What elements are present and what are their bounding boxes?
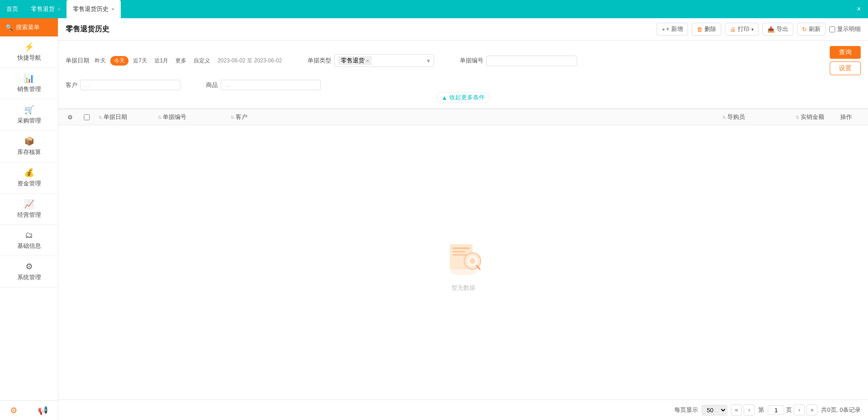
delete-button[interactable]: 🗑 删除 <box>692 23 721 36</box>
empty-text: 暂无数据 <box>452 284 475 292</box>
close-tab-retail-return-history[interactable]: × <box>111 6 114 12</box>
page-label-after: 页 <box>786 406 792 414</box>
bill-type-remove[interactable]: × <box>366 57 370 64</box>
bill-number-input[interactable] <box>486 56 577 66</box>
bill-number-section: 单据编号 <box>460 56 577 66</box>
table-area: ⚙ ⇅ 单据日期 ⇅ 单据编号 ⇅ 客户 ⇅ <box>58 109 868 400</box>
prev-page-button[interactable]: ‹ <box>744 405 755 415</box>
goods-label: 商品 <box>206 81 218 89</box>
svg-rect-2 <box>452 247 470 249</box>
th-customer[interactable]: ⇅ 客户 <box>227 113 719 121</box>
table-header: ⚙ ⇅ 单据日期 ⇅ 单据编号 ⇅ 客户 ⇅ <box>58 109 868 125</box>
bill-number-label: 单据编号 <box>460 56 483 65</box>
sidebar-item-operations[interactable]: 📈 经营管理 <box>0 194 58 225</box>
sidebar-item-base-info[interactable]: 🗂 基础信息 <box>0 225 58 256</box>
first-page-button[interactable]: « <box>731 405 742 415</box>
collapse-row: ▲ 收起更多条件 <box>66 92 861 103</box>
show-detail-input[interactable] <box>829 26 835 32</box>
page-header: 零售退货历史 + + 新增 🗑 删除 🖨 打印 ▾ 📤 导出 <box>58 18 868 41</box>
export-button[interactable]: 📤 导出 <box>762 23 793 36</box>
refresh-button[interactable]: ↻ 刷新 <box>797 23 826 36</box>
sidebar: 🔍 搜索菜单 ⚡ 快捷导航 📊 销售管理 🛒 采购管理 📦 库存核算 💰 <box>0 18 58 420</box>
goods-select[interactable]: ... <box>221 80 321 90</box>
main-layout: 🔍 搜索菜单 ⚡ 快捷导航 📊 销售管理 🛒 采购管理 📦 库存核算 💰 <box>0 18 868 420</box>
last-page-button[interactable]: » <box>806 405 817 415</box>
date-opt-1month[interactable]: 近1月 <box>152 56 171 66</box>
settings-bottom-icon[interactable]: ⚙ <box>10 405 17 415</box>
th-settings[interactable]: ⚙ <box>62 114 78 121</box>
inventory-icon: 📦 <box>24 136 34 146</box>
sidebar-nav: ⚡ 快捷导航 📊 销售管理 🛒 采购管理 📦 库存核算 💰 资金管理 📈 <box>0 36 58 400</box>
th-date[interactable]: ⇅ 单据日期 <box>95 113 154 121</box>
sidebar-item-purchase-mgmt[interactable]: 🛒 采购管理 <box>0 99 58 131</box>
operations-icon: 📈 <box>24 199 34 209</box>
date-opt-more[interactable]: 更多 <box>173 56 189 66</box>
settings-column-icon: ⚙ <box>67 114 73 121</box>
bill-type-select[interactable]: 零售退货 × ▾ <box>334 54 434 67</box>
customer-section: 客户 ... <box>66 80 180 90</box>
close-tab-retail-return[interactable]: × <box>57 6 60 12</box>
select-all-checkbox[interactable] <box>84 114 90 120</box>
page-size-label: 每页显示 <box>674 406 698 414</box>
date-filter-section: 单据日期 昨天 今天 近7天 近1月 更多 自定义 2023-06-02 至 2… <box>66 56 282 66</box>
page-number-input[interactable] <box>768 405 784 415</box>
tab-retail-return[interactable]: 零售退货 × <box>25 0 67 18</box>
add-icon: + <box>662 26 665 33</box>
goods-section: 商品 ... <box>206 80 321 90</box>
svg-rect-3 <box>452 251 465 252</box>
window-close-button[interactable]: × <box>850 0 868 18</box>
th-checkbox[interactable] <box>78 114 95 120</box>
delete-icon: 🗑 <box>697 26 703 33</box>
header-actions: + + 新增 🗑 删除 🖨 打印 ▾ 📤 导出 ↻ <box>657 23 861 36</box>
sidebar-search[interactable]: 🔍 搜索菜单 <box>0 18 58 36</box>
sort-bill-no-icon: ⇅ <box>158 115 161 120</box>
date-opt-7days[interactable]: 近7天 <box>130 56 150 66</box>
sidebar-item-quick-nav[interactable]: ⚡ 快捷导航 <box>0 36 58 68</box>
page-size-select[interactable]: 50 100 200 <box>702 405 727 415</box>
refresh-icon: ↻ <box>802 26 807 33</box>
search-icon: 🔍 <box>5 24 13 31</box>
bill-type-arrow: ▾ <box>427 57 430 64</box>
sound-bottom-icon[interactable]: 📢 <box>38 405 48 415</box>
query-button[interactable]: 查询 <box>830 46 861 59</box>
bill-type-tag: 零售退货 × <box>338 56 372 65</box>
sidebar-item-inventory[interactable]: 📦 库存核算 <box>0 131 58 162</box>
date-opt-yesterday[interactable]: 昨天 <box>92 56 108 66</box>
filter-area: 单据日期 昨天 今天 近7天 近1月 更多 自定义 2023-06-02 至 2… <box>58 41 868 109</box>
tab-home[interactable]: 首页 <box>0 0 25 18</box>
date-options: 昨天 今天 近7天 近1月 更多 自定义 <box>92 56 213 66</box>
date-opt-today[interactable]: 今天 <box>110 56 128 66</box>
th-amount[interactable]: ⇅ 实销金额 <box>773 113 828 121</box>
page-title: 零售退货历史 <box>66 25 109 34</box>
svg-point-8 <box>470 258 475 264</box>
top-bar: 首页 零售退货 × 零售退货历史 × × <box>0 0 868 18</box>
date-opt-custom[interactable]: 自定义 <box>191 56 213 66</box>
add-button[interactable]: + + 新增 <box>657 23 688 36</box>
collapse-button[interactable]: ▲ 收起更多条件 <box>437 92 490 103</box>
show-detail-checkbox[interactable]: 显示明细 <box>829 25 861 33</box>
next-page-button[interactable]: › <box>794 405 805 415</box>
tab-retail-return-history[interactable]: 零售退货历史 × <box>67 0 120 18</box>
base-info-icon: 🗂 <box>25 230 33 240</box>
sort-guide-icon: ⇅ <box>722 115 726 120</box>
th-bill-no[interactable]: ⇅ 单据编号 <box>154 113 227 121</box>
sidebar-item-finance[interactable]: 💰 资金管理 <box>0 162 58 194</box>
sales-mgmt-icon: 📊 <box>24 73 34 83</box>
customer-select[interactable]: ... <box>80 80 180 90</box>
system-mgmt-icon: ⚙ <box>26 261 33 271</box>
filter-row-1: 单据日期 昨天 今天 近7天 近1月 更多 自定义 2023-06-02 至 2… <box>66 46 861 75</box>
svg-rect-4 <box>452 254 467 256</box>
print-button[interactable]: 🖨 打印 ▾ <box>725 23 759 36</box>
sidebar-bottom: ⚙ 📢 <box>0 400 58 420</box>
filter-row-2: 客户 ... 商品 ... <box>66 80 861 90</box>
customer-label: 客户 <box>66 81 77 89</box>
export-icon: 📤 <box>767 26 775 33</box>
finance-icon: 💰 <box>24 168 34 178</box>
sidebar-item-sales-mgmt[interactable]: 📊 销售管理 <box>0 68 58 99</box>
page-label-before: 第 <box>756 406 766 414</box>
empty-state: 暂无数据 <box>58 125 868 400</box>
th-guide[interactable]: ⇅ 导购员 <box>719 113 773 121</box>
sidebar-item-system-mgmt[interactable]: ⚙ 系统管理 <box>0 256 58 287</box>
purchase-mgmt-icon: 🛒 <box>24 105 34 115</box>
setting-button[interactable]: 设置 <box>830 61 861 75</box>
